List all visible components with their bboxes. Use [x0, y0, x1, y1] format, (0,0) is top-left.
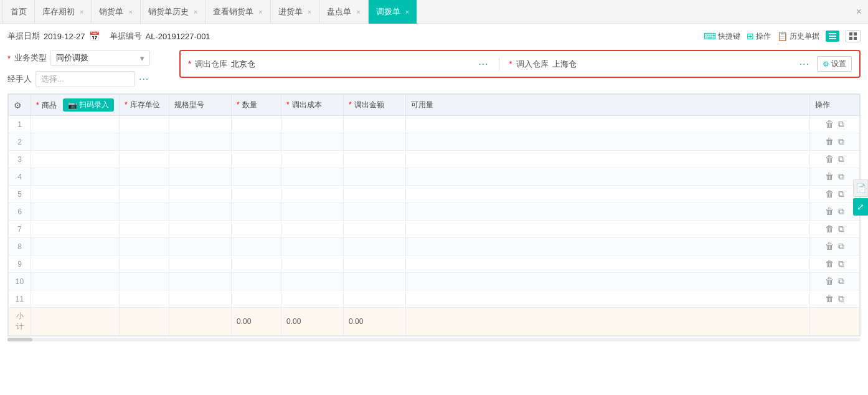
row-amount[interactable]	[344, 186, 406, 203]
row-qty[interactable]	[232, 151, 281, 168]
copy-icon[interactable]: ⧉	[838, 224, 844, 234]
row-qty[interactable]	[232, 290, 281, 308]
delete-icon[interactable]: 🗑	[825, 154, 834, 164]
row-spec[interactable]	[169, 290, 232, 308]
delete-icon[interactable]: 🗑	[825, 259, 834, 269]
delete-icon[interactable]: 🗑	[825, 224, 834, 234]
row-unit[interactable]	[120, 255, 169, 273]
tab-sales-history-close[interactable]: ×	[194, 8, 197, 16]
copy-icon[interactable]: ⧉	[838, 206, 844, 216]
row-spec[interactable]	[169, 133, 232, 151]
delete-icon[interactable]: 🗑	[825, 293, 834, 303]
row-spec[interactable]	[169, 168, 232, 186]
row-qty[interactable]	[232, 273, 281, 290]
row-cost[interactable]	[281, 151, 344, 168]
tab-inventory-init-close[interactable]: ×	[80, 8, 83, 16]
delete-icon[interactable]: 🗑	[825, 119, 834, 129]
grid-view-button[interactable]	[846, 30, 861, 42]
tab-view-sales-close[interactable]: ×	[258, 8, 262, 16]
row-product[interactable]	[31, 186, 120, 203]
copy-icon[interactable]: ⧉	[838, 189, 844, 199]
row-unit[interactable]	[120, 151, 169, 168]
row-product[interactable]	[31, 168, 120, 186]
row-unit[interactable]	[120, 116, 169, 133]
col-gear-icon[interactable]: ⚙	[14, 100, 22, 110]
row-product[interactable]	[31, 238, 120, 255]
delete-icon[interactable]: 🗑	[825, 136, 834, 146]
tab-purchase-order-close[interactable]: ×	[308, 8, 311, 16]
row-qty[interactable]	[232, 221, 281, 238]
row-product[interactable]	[31, 133, 120, 151]
row-product[interactable]	[31, 255, 120, 273]
copy-icon[interactable]: ⧉	[838, 241, 844, 251]
delete-icon[interactable]: 🗑	[825, 276, 834, 286]
tab-view-sales[interactable]: 查看销货单 ×	[205, 0, 270, 24]
right-panel-expand-button[interactable]: ⤢	[853, 198, 868, 216]
operator-more-icon[interactable]: ···	[139, 74, 149, 85]
row-cost[interactable]	[281, 168, 344, 186]
delete-icon[interactable]: 🗑	[825, 189, 834, 199]
horizontal-scrollbar[interactable]	[7, 338, 861, 341]
row-qty[interactable]	[232, 238, 281, 255]
row-amount[interactable]	[344, 238, 406, 255]
row-qty[interactable]	[232, 203, 281, 221]
row-cost[interactable]	[281, 116, 344, 133]
row-cost[interactable]	[281, 255, 344, 273]
row-unit[interactable]	[120, 238, 169, 255]
tab-transfer-order[interactable]: 调拨单 ×	[369, 0, 417, 24]
row-qty[interactable]	[232, 255, 281, 273]
row-product[interactable]	[31, 290, 120, 308]
row-amount[interactable]	[344, 151, 406, 168]
tab-sales-history[interactable]: 销货单历史 ×	[141, 0, 205, 24]
delete-icon[interactable]: 🗑	[825, 241, 834, 251]
row-unit[interactable]	[120, 133, 169, 151]
row-amount[interactable]	[344, 203, 406, 221]
operator-select[interactable]: 选择...	[35, 71, 135, 87]
row-spec[interactable]	[169, 221, 232, 238]
row-spec[interactable]	[169, 151, 232, 168]
row-product[interactable]	[31, 221, 120, 238]
row-spec[interactable]	[169, 203, 232, 221]
row-cost[interactable]	[281, 238, 344, 255]
copy-icon[interactable]: ⧉	[838, 154, 844, 164]
settings-button[interactable]: ⚙ 设置	[817, 56, 852, 72]
row-spec[interactable]	[169, 186, 232, 203]
calendar-icon[interactable]: 📅	[89, 31, 100, 41]
row-product[interactable]	[31, 151, 120, 168]
row-unit[interactable]	[120, 168, 169, 186]
copy-icon[interactable]: ⧉	[838, 259, 844, 269]
copy-icon[interactable]: ⧉	[838, 276, 844, 286]
transfer-out-more-icon[interactable]: ···	[478, 59, 488, 70]
transfer-in-more-icon[interactable]: ···	[800, 59, 809, 70]
row-spec[interactable]	[169, 116, 232, 133]
history-button[interactable]: 📋 历史单据	[777, 31, 819, 42]
row-product[interactable]	[31, 203, 120, 221]
row-unit[interactable]	[120, 290, 169, 308]
row-spec[interactable]	[169, 273, 232, 290]
shortcuts-button[interactable]: ⌨ 快捷键	[704, 31, 740, 42]
row-amount[interactable]	[344, 221, 406, 238]
row-unit[interactable]	[120, 221, 169, 238]
row-spec[interactable]	[169, 255, 232, 273]
row-amount[interactable]	[344, 255, 406, 273]
row-amount[interactable]	[344, 290, 406, 308]
tab-purchase-order[interactable]: 进货单 ×	[271, 0, 319, 24]
tab-sales-order[interactable]: 销货单 ×	[92, 0, 140, 24]
row-cost[interactable]	[281, 221, 344, 238]
row-amount[interactable]	[344, 168, 406, 186]
row-amount[interactable]	[344, 273, 406, 290]
delete-icon[interactable]: 🗑	[825, 206, 834, 216]
row-product[interactable]	[31, 273, 120, 290]
row-unit[interactable]	[120, 273, 169, 290]
copy-icon[interactable]: ⧉	[838, 119, 844, 129]
delete-icon[interactable]: 🗑	[825, 171, 834, 181]
tab-home[interactable]: 首页	[2, 0, 35, 24]
row-qty[interactable]	[232, 168, 281, 186]
row-cost[interactable]	[281, 203, 344, 221]
row-qty[interactable]	[232, 133, 281, 151]
row-cost[interactable]	[281, 273, 344, 290]
row-qty[interactable]	[232, 116, 281, 133]
row-cost[interactable]	[281, 133, 344, 151]
row-amount[interactable]	[344, 116, 406, 133]
tab-inventory-check-close[interactable]: ×	[356, 8, 360, 16]
